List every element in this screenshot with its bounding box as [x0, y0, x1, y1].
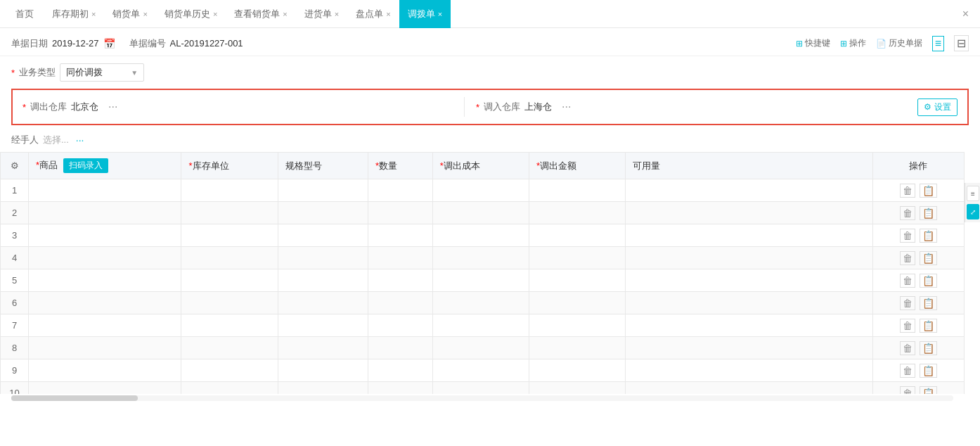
table-header-actions: 操作 — [872, 153, 964, 179]
product-cell[interactable] — [29, 179, 181, 202]
copy-row-icon[interactable]: 📋 — [920, 341, 937, 355]
tab-inventory-init[interactable]: 库存期初 × — [44, 0, 104, 28]
copy-row-icon[interactable]: 📋 — [920, 386, 937, 395]
table-row: 8 🗑📋 — [1, 337, 965, 359]
transfer-in-value[interactable]: 上海仓 — [524, 101, 552, 113]
copy-row-icon[interactable]: 📋 — [920, 364, 937, 378]
close-icon[interactable]: × — [386, 10, 390, 18]
cost-cell[interactable] — [432, 179, 529, 202]
view-toggle-list[interactable]: ≡ — [932, 36, 944, 51]
tab-home[interactable]: 首页 — [6, 0, 44, 28]
close-icon[interactable]: × — [335, 10, 339, 18]
copy-row-icon[interactable]: 📋 — [920, 229, 937, 243]
close-icon[interactable]: × — [438, 10, 442, 18]
tab-purchase[interactable]: 进货单 × — [296, 0, 347, 28]
date-value[interactable]: 2019-12-27 — [52, 38, 99, 49]
tab-sales-history[interactable]: 销货单历史 × — [156, 0, 226, 28]
delete-row-icon[interactable]: 🗑 — [900, 319, 915, 333]
table-header-unit: *库存单位 — [181, 153, 278, 179]
history-docs-button[interactable]: 📄 历史单据 — [876, 37, 922, 49]
delete-row-icon[interactable]: 🗑 — [900, 251, 915, 265]
calendar-icon[interactable]: 📅 — [103, 38, 115, 49]
delete-row-icon[interactable]: 🗑 — [900, 206, 915, 220]
available-cell[interactable] — [626, 179, 873, 202]
copy-row-icon[interactable]: 📋 — [920, 319, 937, 333]
copy-row-icon[interactable]: 📋 — [920, 206, 937, 220]
row-num: 8 — [1, 337, 29, 359]
delete-row-icon[interactable]: 🗑 — [900, 274, 915, 288]
window-close-button[interactable]: × — [962, 8, 969, 20]
delete-row-icon[interactable]: 🗑 — [900, 229, 915, 243]
gear-icon[interactable]: ⚙ — [11, 160, 19, 171]
table-row: 3 🗑📋 — [1, 224, 965, 247]
dropdown-arrow-icon: ▼ — [131, 69, 138, 77]
delete-row-icon[interactable]: 🗑 — [900, 364, 915, 378]
table-row: 1 🗑 📋 — [1, 179, 965, 202]
row-actions: 🗑 📋 — [872, 179, 964, 202]
transfer-out-value[interactable]: 北京仓 — [71, 101, 98, 113]
shortcuts-button[interactable]: ⊞ 快捷键 — [796, 37, 830, 49]
doc-date-field: 单据日期 2019-12-27 📅 — [11, 37, 115, 50]
amount-cell[interactable] — [529, 179, 625, 202]
required-star: * — [22, 102, 26, 113]
table-row: 7 🗑📋 — [1, 314, 965, 337]
spec-cell[interactable] — [278, 179, 368, 202]
unit-cell[interactable] — [181, 179, 278, 202]
table-header-amount: *调出金额 — [529, 153, 625, 179]
transfer-out-field: * 调出仓库 北京仓 ··· — [22, 101, 453, 113]
close-icon[interactable]: × — [213, 10, 217, 18]
tab-view-sales[interactable]: 查看销货单 × — [226, 0, 295, 28]
scan-btn[interactable]: 扫码录入 — [63, 158, 108, 173]
row-num: 2 — [1, 202, 29, 224]
row-num: 4 — [1, 247, 29, 269]
close-icon[interactable]: × — [283, 10, 287, 18]
table-header-available: 可用量 — [626, 153, 873, 179]
copy-row-icon[interactable]: 📋 — [920, 274, 937, 288]
copy-row-icon[interactable]: 📋 — [920, 251, 937, 265]
row-num: 9 — [1, 359, 29, 382]
delete-row-icon[interactable]: 🗑 — [900, 341, 915, 355]
doc-number-field: 单据编号 AL-20191227-001 — [129, 37, 243, 50]
settings-button[interactable]: ⚙ 设置 — [917, 98, 958, 116]
sidebar-list-icon[interactable]: ≡ — [967, 186, 979, 201]
operations-button[interactable]: ⊞ 操作 — [840, 37, 866, 49]
handler-input[interactable]: 选择... — [43, 134, 69, 146]
history-icon: 📄 — [876, 39, 886, 49]
table-header-qty: *数量 — [368, 153, 433, 179]
date-label: 单据日期 — [11, 37, 48, 50]
table-row: 9 🗑📋 — [1, 359, 965, 382]
operations-icon: ⊞ — [840, 39, 847, 49]
transfer-in-label: 调入仓库 — [484, 101, 520, 113]
copy-row-icon[interactable]: 📋 — [920, 184, 937, 198]
biz-type-select[interactable]: 同价调拨 ▼ — [60, 63, 144, 82]
view-toggle-grid[interactable]: ⊟ — [954, 35, 969, 51]
copy-row-icon[interactable]: 📋 — [920, 296, 937, 310]
table-row: 6 🗑📋 — [1, 292, 965, 314]
tab-transfer[interactable]: 调拨单 × — [399, 0, 451, 28]
row-num: 10 — [1, 382, 29, 395]
delete-row-icon[interactable]: 🗑 — [900, 386, 915, 395]
tab-stocktake[interactable]: 盘点单 × — [347, 0, 399, 28]
horizontal-scrollbar[interactable] — [11, 395, 953, 401]
doc-label: 单据编号 — [129, 37, 166, 50]
qty-cell[interactable] — [368, 179, 433, 202]
row-num: 7 — [1, 314, 29, 337]
table-header-spec: 规格型号 — [278, 153, 368, 179]
doc-value: AL-20191227-001 — [170, 38, 243, 49]
table-row: 10 🗑📋 — [1, 382, 965, 395]
close-icon[interactable]: × — [143, 10, 147, 18]
close-icon[interactable]: × — [91, 10, 96, 18]
table-row: 2 🗑 📋 — [1, 202, 965, 224]
shortcuts-icon: ⊞ — [796, 39, 803, 49]
transfer-out-dots[interactable]: ··· — [108, 101, 117, 113]
sidebar-expand-icon[interactable]: ⤢ — [967, 204, 979, 219]
tab-sales-order[interactable]: 销货单 × — [104, 0, 155, 28]
delete-row-icon[interactable]: 🗑 — [900, 296, 915, 310]
transfer-in-dots[interactable]: ··· — [562, 101, 571, 113]
handler-dots[interactable]: ··· — [76, 134, 84, 146]
delete-row-icon[interactable]: 🗑 — [900, 184, 915, 198]
biz-type-label: 业务类型 — [19, 66, 56, 79]
table-row: 4 🗑📋 — [1, 247, 965, 269]
transfer-in-field: * 调入仓库 上海仓 ··· — [476, 101, 906, 113]
required-star: * — [11, 68, 15, 78]
